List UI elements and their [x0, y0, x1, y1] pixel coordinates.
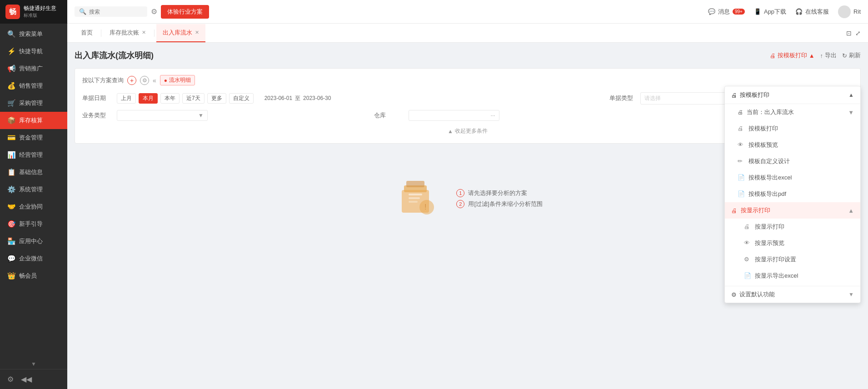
user-avatar[interactable]: Rit: [838, 5, 861, 18]
dropdown-footer-content: ⚙ 设置默认功能: [731, 290, 775, 299]
sidebar-item-inventory[interactable]: 📦 库存核算: [0, 112, 67, 129]
sidebar-item-basic[interactable]: 📋 基础信息: [0, 164, 67, 181]
online-service-action[interactable]: 🎧 在线客服: [795, 8, 829, 16]
logo-icon: 畅: [5, 5, 20, 19]
date-btn-7days[interactable]: 近7天: [182, 93, 205, 104]
date-btn-this-month[interactable]: 本月: [139, 93, 158, 104]
date-from: 2023-06-01: [264, 95, 292, 101]
logo-name: 畅捷通好生意: [24, 5, 56, 12]
sidebar: 畅 畅捷通好生意 标准版 🔍 搜索菜单⚡ 快捷导航📢 营销推广💰 销售管理🛒 采: [0, 0, 67, 389]
dropdown-footer[interactable]: ⚙ 设置默认功能 ▼: [725, 286, 860, 303]
dropdown-item-template-custom[interactable]: ✏ 模板自定义设计: [725, 153, 860, 170]
sidebar-item-sales[interactable]: 💰 销售管理: [0, 77, 67, 95]
dropdown-item-display-print[interactable]: 🖨 按显示打印: [725, 219, 860, 235]
template-excel-icon: 📄: [738, 174, 745, 181]
filter-tag-label: 流水明细: [169, 76, 191, 84]
filter-add-button[interactable]: +: [127, 76, 136, 85]
sidebar-item-purchase[interactable]: 🛒 采购管理: [0, 95, 67, 112]
filter-setting-button[interactable]: ⚙: [140, 76, 149, 85]
tab-flow[interactable]: 出入库流水 ✕: [156, 24, 205, 42]
tab-expand-button[interactable]: ⤢: [855, 30, 861, 37]
sidebar-item-business[interactable]: 📊 经营管理: [0, 146, 67, 164]
date-btn-last-month[interactable]: 上月: [117, 93, 136, 104]
template-print-label: 按模板打印: [748, 125, 778, 133]
industry-solution-button[interactable]: 体验行业方案: [161, 5, 209, 19]
sidebar-item-corp[interactable]: 🤝 企业协同: [0, 198, 67, 215]
sidebar-label-basic: 基础信息: [19, 168, 43, 176]
dropdown-current-item[interactable]: 🖨 当前：出入库流水 ▼: [725, 104, 860, 120]
dropdown-chevron-up[interactable]: ▲: [848, 92, 854, 98]
sidebar-icon-newbie: 🎯: [7, 220, 15, 228]
dropdown-display-section-header[interactable]: 🖨 按显示打印 ▲: [725, 202, 860, 219]
sidebar-item-search[interactable]: 🔍 搜索菜单: [0, 25, 67, 43]
date-to: 2023-06-30: [303, 95, 331, 101]
current-icon: 🖨: [738, 109, 743, 115]
tab-flow-label: 出入库流水: [163, 29, 192, 37]
date-btn-this-year[interactable]: 本年: [160, 93, 180, 104]
sidebar-bottom: ⚙ ◀◀: [0, 369, 67, 389]
tab-home[interactable]: 首页: [75, 24, 99, 42]
sidebar-label-member: 畅会员: [19, 272, 37, 280]
tab-flow-close[interactable]: ✕: [195, 30, 199, 35]
sidebar-item-wecom[interactable]: 💬 企业微信: [0, 250, 67, 267]
sidebar-item-newbie[interactable]: 🎯 新手引导: [0, 215, 67, 233]
search-input[interactable]: [89, 9, 135, 15]
tab-batch-ledger[interactable]: 库存批次账 ✕: [103, 24, 152, 42]
filter-collapse-button[interactable]: «: [153, 77, 156, 84]
dropdown-item-template-excel[interactable]: 📄 按模板导出excel: [725, 170, 860, 186]
print-chevron-up: ▲: [809, 52, 815, 59]
dropdown-item-display-excel[interactable]: 📄 按显示导出excel: [725, 268, 860, 284]
warehouse-label: 仓库: [374, 111, 401, 120]
empty-step-1: 1 请先选择要分析的方案: [456, 189, 542, 197]
message-action[interactable]: 💬 消息 99+: [708, 8, 745, 16]
template-excel-label: 按模板导出excel: [748, 174, 792, 182]
date-btn-custom[interactable]: 自定义: [229, 93, 254, 104]
dropdown-item-display-preview[interactable]: 👁 按显示预览: [725, 235, 860, 251]
filter-header: 按以下方案查询 + ⚙ « ● 流水明细: [82, 75, 853, 85]
dropdown-item-display-print-setting[interactable]: ⚙ 按显示打印设置: [725, 251, 860, 268]
tab-batch-ledger-close[interactable]: ✕: [142, 30, 146, 35]
collapse-icon[interactable]: ◀◀: [21, 375, 32, 384]
sidebar-icon-finance: 💳: [7, 134, 15, 142]
online-service-label: 在线客服: [805, 8, 829, 16]
header-search-box[interactable]: 🔍: [75, 6, 147, 17]
sidebar-item-finance[interactable]: 💳 资金管理: [0, 129, 67, 146]
print-template-button[interactable]: 🖨 按模板打印 ▲: [770, 51, 815, 60]
sidebar-item-appstore[interactable]: 🏪 应用中心: [0, 233, 67, 250]
export-button[interactable]: ↑ 导出: [820, 51, 837, 60]
sidebar-item-system[interactable]: ⚙️ 系统管理: [0, 181, 67, 198]
dropdown-scroll: 🖨 当前：出入库流水 ▼ 🖨 按模板打印 👁 按模板预览 ✏: [725, 104, 860, 286]
print-icon: 🖨: [770, 52, 776, 59]
tab-restore-button[interactable]: ⊡: [846, 30, 852, 37]
sidebar-item-shortcut[interactable]: ⚡ 快捷导航: [0, 43, 67, 60]
scroll-down-btn[interactable]: ▼: [31, 361, 36, 367]
sidebar-label-newbie: 新手引导: [19, 220, 43, 228]
step-num-1: 1: [456, 189, 464, 197]
refresh-button[interactable]: ↻ 刷新: [842, 51, 861, 60]
sidebar-label-finance: 资金管理: [19, 134, 43, 142]
date-btn-more[interactable]: 更多: [207, 93, 226, 104]
date-range-display: 2023-06-01 至 2023-06-30: [264, 95, 331, 102]
sidebar-icon-sales: 💰: [7, 82, 15, 90]
sidebar-label-corp: 企业协同: [19, 203, 43, 211]
dropdown-item-template-print[interactable]: 🖨 按模板打印: [725, 120, 860, 137]
date-filter-label: 单据日期: [82, 94, 110, 102]
header-left: 🔍 ⚙ 体验行业方案: [75, 5, 209, 19]
collapse-label: 收起更多条件: [455, 127, 488, 135]
sidebar-item-member[interactable]: 👑 畅会员: [0, 267, 67, 284]
settings-icon[interactable]: ⚙: [7, 375, 14, 384]
dropdown-item-template-preview[interactable]: 👁 按模板预览: [725, 137, 860, 153]
settings-gear-icon[interactable]: ⚙: [151, 7, 157, 16]
tab-home-label: 首页: [81, 29, 93, 37]
message-badge: 99+: [733, 9, 745, 15]
template-pdf-icon: 📄: [738, 190, 745, 198]
sidebar-scroll-down[interactable]: ▼: [0, 359, 67, 369]
sidebar-item-marketing[interactable]: 📢 营销推广: [0, 60, 67, 77]
warehouse-select[interactable]: ···: [409, 110, 499, 121]
page-title-bar: 出入库流水(流水明细) 🖨 按模板打印 ▲ ↑ 导出 ↻ 刷新: [75, 50, 861, 61]
dropdown-item-template-pdf[interactable]: 📄 按模板导出pdf: [725, 186, 860, 202]
biz-type-select[interactable]: ▼: [117, 110, 208, 121]
filter-tag-icon: ●: [164, 77, 167, 84]
sidebar-label-sales: 销售管理: [19, 82, 43, 90]
app-download-action[interactable]: 📱 App下载: [754, 8, 786, 16]
